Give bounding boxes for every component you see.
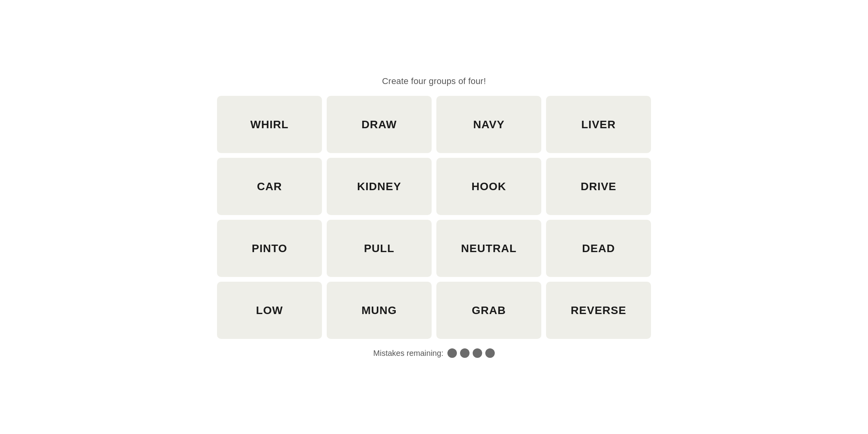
tile-label-mung: MUNG	[361, 304, 397, 317]
mistake-dot-4	[485, 348, 495, 358]
tile-label-hook: HOOK	[471, 180, 506, 193]
tile-grid: WHIRLDRAWNAVYLIVERCARKIDNEYHOOKDRIVEPINT…	[217, 96, 651, 339]
tile-label-reverse: REVERSE	[571, 304, 627, 317]
tile-low[interactable]: LOW	[217, 282, 322, 339]
tile-reverse[interactable]: REVERSE	[546, 282, 651, 339]
mistake-dot-3	[473, 348, 482, 358]
mistake-dot-1	[447, 348, 457, 358]
tile-hook[interactable]: HOOK	[436, 158, 541, 215]
tile-drive[interactable]: DRIVE	[546, 158, 651, 215]
mistake-dot-2	[460, 348, 470, 358]
tile-liver[interactable]: LIVER	[546, 96, 651, 153]
tile-label-dead: DEAD	[582, 242, 615, 255]
tile-kidney[interactable]: KIDNEY	[327, 158, 432, 215]
subtitle: Create four groups of four!	[382, 76, 486, 86]
tile-grab[interactable]: GRAB	[436, 282, 541, 339]
mistakes-label: Mistakes remaining:	[373, 349, 443, 358]
mistakes-row: Mistakes remaining:	[373, 348, 495, 358]
tile-draw[interactable]: DRAW	[327, 96, 432, 153]
tile-label-whirl: WHIRL	[251, 118, 289, 131]
tile-label-neutral: NEUTRAL	[461, 242, 517, 255]
tile-car[interactable]: CAR	[217, 158, 322, 215]
mistakes-dots	[447, 348, 495, 358]
tile-mung[interactable]: MUNG	[327, 282, 432, 339]
tile-whirl[interactable]: WHIRL	[217, 96, 322, 153]
tile-label-pinto: PINTO	[252, 242, 287, 255]
tile-label-drive: DRIVE	[581, 180, 617, 193]
tile-label-navy: NAVY	[473, 118, 505, 131]
tile-label-pull: PULL	[364, 242, 394, 255]
tile-label-draw: DRAW	[361, 118, 397, 131]
game-container: Create four groups of four! WHIRLDRAWNAV…	[217, 76, 651, 358]
tile-label-kidney: KIDNEY	[357, 180, 401, 193]
tile-dead[interactable]: DEAD	[546, 220, 651, 277]
tile-navy[interactable]: NAVY	[436, 96, 541, 153]
tile-pull[interactable]: PULL	[327, 220, 432, 277]
tile-label-grab: GRAB	[472, 304, 506, 317]
tile-label-car: CAR	[257, 180, 282, 193]
tile-pinto[interactable]: PINTO	[217, 220, 322, 277]
tile-neutral[interactable]: NEUTRAL	[436, 220, 541, 277]
tile-label-low: LOW	[256, 304, 283, 317]
tile-label-liver: LIVER	[581, 118, 615, 131]
